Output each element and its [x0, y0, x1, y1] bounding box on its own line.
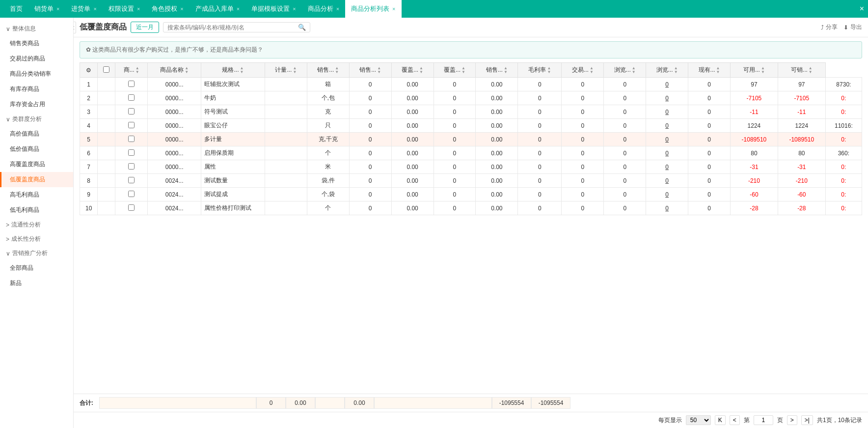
sidebar-item-all-goods[interactable]: 全部商品: [0, 260, 73, 276]
row-checkbox[interactable]: [128, 204, 135, 211]
close-icon[interactable]: ×: [180, 6, 183, 12]
row-coverage1: 0: [434, 105, 476, 119]
row-trans: 0: [604, 201, 646, 215]
row-checkbox[interactable]: [128, 81, 135, 87]
export-button[interactable]: ⬇ 导出: [843, 23, 862, 31]
row-browse1[interactable]: 0: [646, 201, 688, 215]
sidebar-item-low-margin[interactable]: 低毛利商品: [0, 202, 73, 218]
page-number-input[interactable]: [754, 415, 773, 425]
sidebar-item-low-coverage[interactable]: 低覆盖度商品: [0, 172, 73, 187]
col-sales-qty: 销售...▲▼: [307, 63, 349, 78]
row-browse1[interactable]: 0: [646, 119, 688, 133]
sidebar-item-category-turnover[interactable]: 商品分类动销率: [0, 66, 73, 82]
row-goods-name: 符号测试: [201, 105, 265, 119]
sidebar-item-inventory-capital[interactable]: 库存资金占用: [0, 97, 73, 112]
search-icon[interactable]: 🔍: [298, 24, 306, 31]
time-filter-button[interactable]: 近一月: [131, 22, 159, 33]
row-unit: 克: [307, 105, 349, 119]
close-icon[interactable]: ×: [336, 6, 339, 12]
last-page-button[interactable]: >|: [801, 415, 813, 425]
row-browse2: 0: [688, 78, 731, 91]
row-browse2: 0: [688, 133, 731, 146]
row-coverage2: 0.00: [476, 146, 518, 160]
prev-page-button[interactable]: <: [730, 415, 740, 425]
sidebar-item-sales-goods[interactable]: 销售类商品: [0, 36, 73, 51]
sidebar-item-stocked-goods[interactable]: 有库存商品: [0, 82, 73, 97]
close-icon[interactable]: ×: [56, 6, 59, 12]
nav-item-home[interactable]: 首页: [4, 0, 28, 18]
row-checkbox[interactable]: [128, 136, 135, 142]
row-unit: 个: [307, 146, 349, 160]
nav-item-products[interactable]: 产成品入库单 ×: [190, 0, 245, 18]
row-browse1[interactable]: 0: [646, 146, 688, 160]
total-sales-amount: 0.00: [286, 397, 315, 409]
sidebar-item-low-value[interactable]: 低价值商品: [0, 142, 73, 157]
row-checkbox[interactable]: [128, 149, 135, 156]
nav-item-templates[interactable]: 单据模板设置 ×: [245, 0, 301, 18]
sidebar-item-high-coverage[interactable]: 高覆盖度商品: [0, 157, 73, 172]
nav-item-analysis[interactable]: 商品分析 ×: [302, 0, 345, 18]
nav-item-permissions[interactable]: 权限设置 ×: [103, 0, 146, 18]
row-sales-qty: 0: [349, 91, 391, 105]
row-browse2: 0: [688, 201, 731, 215]
row-checkbox[interactable]: [128, 122, 135, 128]
sidebar-item-high-margin[interactable]: 高毛利商品: [0, 187, 73, 202]
row-gross-rate: 0: [562, 133, 604, 146]
close-icon[interactable]: ×: [93, 6, 96, 12]
sidebar-section-overall[interactable]: ∨ 整体信息: [0, 22, 73, 36]
sidebar-collapse-button[interactable]: «: [74, 22, 76, 33]
select-all-checkbox[interactable]: [103, 66, 109, 73]
pagination-bar: 每页显示 50 20 100 200 K < 第 页 > >| 共1页，10条记…: [74, 412, 868, 428]
close-icon[interactable]: ×: [137, 6, 140, 12]
col-settings[interactable]: ⚙: [80, 63, 98, 78]
nav-item-analysis-list[interactable]: 商品分析列表 ×: [345, 0, 401, 18]
content-header: 低覆盖度商品 近一月 🔍 ⤴ 分享 ⬇ 导出: [74, 18, 868, 37]
nav-item-sales[interactable]: 销货单 ×: [28, 0, 65, 18]
sidebar-section-marketing[interactable]: ∨ 营销推广分析: [0, 246, 73, 260]
window-close-button[interactable]: ×: [860, 4, 864, 13]
next-page-button[interactable]: >: [787, 415, 797, 425]
row-checkbox[interactable]: [128, 177, 135, 183]
close-icon[interactable]: ×: [237, 6, 240, 12]
close-icon[interactable]: ×: [392, 6, 395, 12]
row-sales-amount: 0.00: [391, 174, 434, 188]
sidebar-item-high-value[interactable]: 高价值商品: [0, 126, 73, 142]
sidebar-section-growth[interactable]: > 成长性分析: [0, 232, 73, 246]
row-coverage2: 0.00: [476, 119, 518, 133]
sidebar-item-traded-goods[interactable]: 交易过的商品: [0, 51, 73, 66]
page-size-select[interactable]: 50 20 100 200: [686, 415, 711, 425]
row-goods-id: 0000...: [148, 119, 201, 133]
row-browse1[interactable]: 0: [646, 188, 688, 201]
row-checkbox[interactable]: [128, 94, 135, 101]
row-available: -1089510: [778, 133, 825, 146]
row-browse1[interactable]: 0: [646, 160, 688, 174]
row-browse1[interactable]: 0: [646, 78, 688, 91]
info-banner: ✿ 这类商品只有很少客户购买过，是推广不够，还是商品本身问题？: [80, 41, 862, 58]
search-input[interactable]: [167, 24, 298, 31]
share-button[interactable]: ⤴ 分享: [821, 23, 838, 31]
row-sales-qty: 0: [349, 119, 391, 133]
row-goods-name: 旺辅批次测试: [201, 78, 265, 91]
sidebar-item-new-goods[interactable]: 新品: [0, 276, 73, 291]
row-sales-amount: 0.00: [391, 78, 434, 91]
row-browse1[interactable]: 0: [646, 91, 688, 105]
row-goods-name: 启用保质期: [201, 146, 265, 160]
col-gross-rate: 毛利率▲▼: [518, 63, 562, 78]
row-sales-qty: 0: [349, 146, 391, 160]
first-page-button[interactable]: K: [715, 415, 726, 425]
sidebar-section-cluster[interactable]: ∨ 类群度分析: [0, 112, 73, 126]
nav-item-roles[interactable]: 角色授权 ×: [146, 0, 189, 18]
row-browse1[interactable]: 0: [646, 174, 688, 188]
row-browse1[interactable]: 0: [646, 105, 688, 119]
nav-item-purchase[interactable]: 进货单 ×: [65, 0, 102, 18]
row-checkbox[interactable]: [128, 108, 135, 114]
row-browse1[interactable]: 0: [646, 133, 688, 146]
sidebar-section-flow[interactable]: > 流通性分析: [0, 218, 73, 232]
close-icon[interactable]: ×: [293, 6, 296, 12]
row-spec: [265, 119, 307, 133]
row-available: -28: [778, 201, 825, 215]
row-checkbox[interactable]: [128, 163, 135, 170]
row-checkbox[interactable]: [128, 191, 135, 197]
row-saleable: 8730:: [825, 78, 862, 91]
row-goods-id: 0000...: [148, 105, 201, 119]
